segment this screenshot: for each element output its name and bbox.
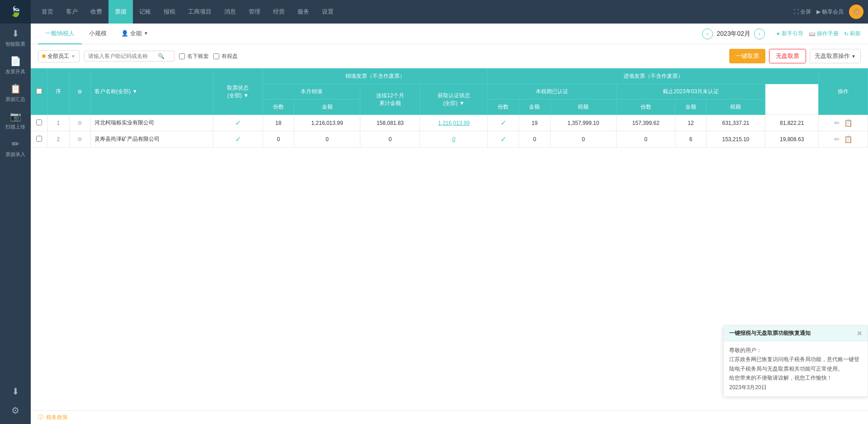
- row1-select-checkbox[interactable]: [36, 119, 42, 125]
- invoice-summary-icon: 📋: [10, 83, 21, 94]
- sidebar-item-smart-fetch[interactable]: ⬇ 智能取票: [0, 24, 31, 51]
- row1-sales-tax: 158,081.83: [360, 115, 420, 131]
- tax-policy-link[interactable]: 税务政策: [46, 414, 68, 421]
- tax-disk-checkbox-text: 有税盘: [222, 52, 238, 60]
- row1-customer-name: 河北柯瑞栎实业有限公司: [91, 115, 213, 131]
- date-nav: ‹ 2023年02月 ›: [702, 29, 765, 39]
- row2-copy-icon[interactable]: 📋: [844, 135, 853, 143]
- row2-check-icon: ✓: [235, 135, 241, 143]
- row1-edit-icon[interactable]: ✏: [834, 119, 840, 127]
- top-nav: 首页 客户 收费 票据 记账 报税 工商项目 消息 管理 经营 服务 设置 ⛶ …: [31, 0, 868, 24]
- nav-customer[interactable]: 客户: [60, 0, 84, 24]
- sidebar-item-invoice-open[interactable]: 📄 发票开具: [0, 51, 31, 79]
- col-monthly-sales-header: 本月销项: [263, 84, 360, 100]
- fetch-button[interactable]: 一键取票: [729, 49, 765, 63]
- col-checkbox[interactable]: [31, 69, 47, 115]
- nav-management[interactable]: 管理: [242, 0, 267, 24]
- status-bar: ⓘ 税务政策: [31, 410, 868, 424]
- manual-icon: 📖: [809, 31, 816, 37]
- next-month-button[interactable]: ›: [754, 29, 765, 39]
- col-fetch-status-header: 取票状态(全部) ▼: [213, 69, 263, 115]
- col-uncertified-header: 截止2023年03月未认证: [617, 84, 765, 100]
- row1-settings[interactable]: ⚙: [69, 115, 90, 131]
- notification-header: 一键报税与无盘取票功能恢复通知 ✕: [724, 326, 868, 341]
- account-checkbox[interactable]: [179, 53, 185, 59]
- manual-button[interactable]: 📖 操作手册: [809, 30, 839, 38]
- row2-edit-icon[interactable]: ✏: [834, 135, 840, 143]
- row2-cumulative-link[interactable]: 0: [453, 136, 456, 143]
- tab-all-dropdown-icon: ▼: [144, 31, 148, 36]
- tab-all-label: 全能: [130, 29, 142, 38]
- nav-settings-top[interactable]: 设置: [316, 0, 340, 24]
- search-input[interactable]: [88, 53, 156, 59]
- notification-close-button[interactable]: ✕: [857, 330, 862, 337]
- search-input-wrap[interactable]: 🔍: [84, 51, 175, 62]
- no-disk-more-button[interactable]: 无盘取票操作 ▼: [810, 49, 861, 63]
- member-button[interactable]: ▶ 畅享会员: [816, 8, 844, 16]
- nav-home[interactable]: 首页: [35, 0, 60, 24]
- employee-select[interactable]: 全部员工 ▼: [38, 50, 80, 62]
- sidebar-item-invoice-summary[interactable]: 📋 票据汇总: [0, 79, 31, 106]
- nav-collection[interactable]: 收费: [84, 0, 108, 24]
- refresh-button[interactable]: ↻ 刷新: [844, 30, 861, 38]
- row2-cumulative[interactable]: 0: [420, 131, 488, 148]
- row1-uncert-amount: 631,337.21: [707, 115, 765, 131]
- sidebar-item-download[interactable]: ⬇: [0, 381, 31, 400]
- nav-message[interactable]: 消息: [218, 0, 242, 24]
- nav-invoice[interactable]: 票据: [108, 0, 133, 24]
- new-guide-button[interactable]: ✦ 新手引导: [776, 30, 803, 38]
- row1-cert-check-icon: ✓: [500, 119, 506, 127]
- col-sales-count-header: 份数: [263, 100, 294, 115]
- row2-actions: ✏ 📋: [819, 131, 868, 148]
- sidebar-item-label: 发票开具: [5, 68, 25, 75]
- row2-sales-tax: 0: [360, 131, 420, 148]
- guide-icon: ✦: [776, 31, 780, 37]
- employee-label: 全部员工: [47, 52, 69, 60]
- no-disk-fetch-button[interactable]: 无盘取票: [769, 49, 806, 63]
- row1-sales-amount: 1,216,013.99: [294, 115, 360, 131]
- nav-tax[interactable]: 报税: [157, 0, 182, 24]
- prev-month-button[interactable]: ‹: [702, 29, 713, 39]
- tab-general-taxpayer[interactable]: 一般纳税人: [38, 24, 82, 44]
- notification-text: 尊敬的用户： 江苏政务网已恢复访问电子税务局功能，意代账一键登陆电子税务局与无盘…: [729, 346, 862, 392]
- row1-copy-icon[interactable]: 📋: [844, 119, 853, 127]
- col-purchase-group-header: 进项发票（不含作废票）: [488, 69, 819, 84]
- row1-checkbox[interactable]: [31, 115, 47, 131]
- account-checkbox-label[interactable]: 名下账套: [179, 52, 209, 60]
- search-icon: 🔍: [158, 53, 165, 59]
- tab-all[interactable]: 👤 全能 ▼: [114, 24, 156, 44]
- row1-cumulative[interactable]: 1,216,013.99: [420, 115, 488, 131]
- col-num-header: 序: [47, 69, 70, 115]
- row1-cert-amount: 1,357,999.10: [550, 115, 617, 131]
- nav-bookkeeping[interactable]: 记账: [133, 0, 157, 24]
- tax-disk-checkbox-label[interactable]: 有税盘: [213, 52, 238, 60]
- sidebar-item-settings[interactable]: ⚙: [0, 400, 31, 419]
- nav-operation[interactable]: 经营: [267, 0, 291, 24]
- row2-sales-amount: 0: [294, 131, 360, 148]
- col-customer-header: 客户名称(全部) ▼: [91, 69, 213, 115]
- row2-cert-check-icon: ✓: [500, 135, 506, 143]
- sidebar-item-scan-upload[interactable]: 📷 扫描上传: [0, 106, 31, 134]
- sidebar-item-data-entry[interactable]: ✏ 票据录入: [0, 134, 31, 162]
- nav-business[interactable]: 工商项目: [182, 0, 218, 24]
- row2-settings[interactable]: ⚙: [69, 131, 90, 148]
- notification-body: 尊敬的用户： 江苏政务网已恢复访问电子税务局功能，意代账一键登陆电子税务局与无盘…: [724, 341, 868, 396]
- invoice-open-icon: 📄: [10, 56, 21, 67]
- tab-small-scale[interactable]: 小规模: [82, 24, 114, 44]
- row1-cumulative-link[interactable]: 1,216,013.99: [438, 120, 470, 126]
- row2-uncert-count: 6: [675, 131, 707, 148]
- user-avatar[interactable]: 🐵: [849, 5, 863, 19]
- nav-service[interactable]: 服务: [291, 0, 316, 24]
- tax-disk-checkbox[interactable]: [213, 53, 219, 59]
- smart-fetch-icon: ⬇: [12, 28, 19, 39]
- row2-sales-count: 0: [263, 131, 294, 148]
- col-cumulative-header: 连续12个月累计金额: [360, 84, 420, 115]
- refresh-icon: ↻: [844, 31, 849, 37]
- select-all-checkbox[interactable]: [36, 88, 42, 94]
- table-row: 1 ⚙ 河北柯瑞栎实业有限公司 ✓ 18 1,216,013.99 158,08…: [31, 115, 868, 131]
- fullscreen-button[interactable]: ⛶ 全屏: [793, 8, 811, 16]
- col-cert-amount-header: 金额: [519, 100, 550, 115]
- row2-select-checkbox[interactable]: [36, 136, 42, 142]
- col-settings-header: ⚙: [69, 69, 90, 115]
- row2-checkbox[interactable]: [31, 131, 47, 148]
